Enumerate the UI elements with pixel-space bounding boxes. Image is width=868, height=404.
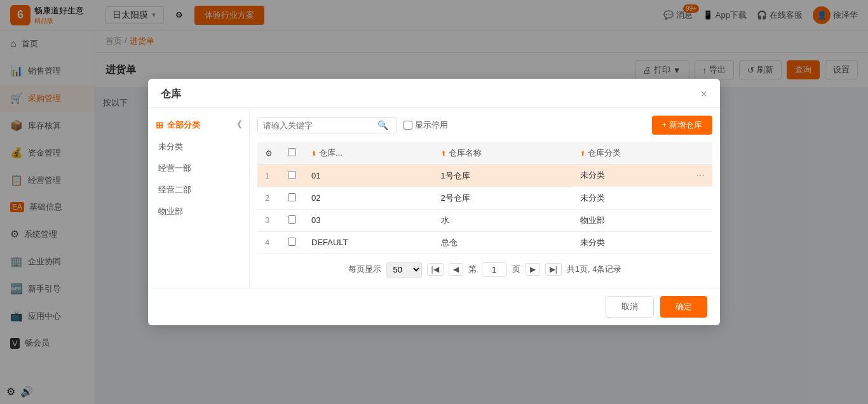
dialog-title: 仓库 — [161, 88, 181, 101]
row-category: 未分类 — [573, 187, 712, 209]
sort-icon-name: ⬆ — [441, 150, 446, 157]
col-cat-label: 仓库分类 — [588, 147, 621, 159]
new-warehouse-button[interactable]: + 新增仓库 — [652, 116, 712, 135]
last-page-button[interactable]: ▶| — [545, 263, 562, 276]
row-name: 总仓 — [433, 231, 573, 253]
category-header: ⊞ 全部分类 《 — [148, 114, 249, 136]
row-category: 未分类 — [573, 231, 712, 253]
row-check — [280, 165, 304, 187]
row-num: 4 — [257, 231, 280, 253]
category-item-0[interactable]: 经营一部 — [148, 158, 249, 179]
table-row[interactable]: 1 01 1号仓库 未分类 ··· — [257, 165, 712, 187]
col-code: ⬆ 仓库... — [304, 142, 433, 165]
show-disabled-label: 显示停用 — [415, 119, 448, 131]
row-num: 3 — [257, 209, 280, 231]
row-name: 水 — [433, 209, 573, 231]
row-code: 02 — [304, 187, 433, 209]
row-num: 1 — [257, 165, 280, 187]
dialog-header: 仓库 × — [148, 79, 720, 108]
category-item-unclassified[interactable]: 未分类 — [148, 136, 249, 158]
page-label: 第 — [468, 264, 477, 275]
dialog-close-button[interactable]: × — [700, 88, 707, 101]
settings-gear-icon[interactable]: ⚙ — [265, 149, 273, 158]
col-code-label: 仓库... — [319, 147, 342, 159]
show-disabled-checkbox[interactable]: 显示停用 — [403, 119, 448, 131]
per-page-select[interactable]: 50 100 200 — [386, 262, 422, 278]
table-row[interactable]: 3 03 水 物业部 — [257, 209, 712, 231]
table-row[interactable]: 4 DEFAULT 总仓 未分类 — [257, 231, 712, 253]
disabled-checkbox[interactable] — [403, 121, 412, 130]
dialog-footer: 取消 确定 — [148, 288, 720, 325]
table-row[interactable]: 2 02 2号仓库 未分类 — [257, 187, 712, 209]
grid-icon: ⊞ — [156, 120, 163, 130]
row-checkbox[interactable] — [288, 238, 296, 246]
table-toolbar: 🔍 显示停用 + 新增仓库 — [257, 116, 712, 135]
first-page-button[interactable]: |◀ — [427, 263, 444, 276]
col-name: ⬆ 仓库名称 — [433, 142, 573, 165]
search-input[interactable] — [263, 121, 377, 130]
col-settings: ⚙ — [257, 142, 280, 165]
col-name-label: 仓库名称 — [449, 147, 482, 159]
dialog-body: ⊞ 全部分类 《 未分类 经营一部 经营二部 物业部 🔍 — [148, 108, 720, 288]
col-category: ⬆ 仓库分类 — [573, 142, 712, 165]
category-panel: ⊞ 全部分类 《 未分类 经营一部 经营二部 物业部 — [148, 108, 250, 288]
table-panel: 🔍 显示停用 + 新增仓库 ⚙ — [250, 108, 720, 288]
select-all-checkbox[interactable] — [288, 148, 296, 156]
sort-icon-cat: ⬆ — [580, 150, 585, 157]
search-icon[interactable]: 🔍 — [377, 120, 388, 130]
row-check — [280, 209, 304, 231]
pagination: 每页显示 50 100 200 |◀ ◀ 第 页 ▶ ▶| 共1页, 4条记录 — [257, 254, 712, 280]
total-label: 共1页, 4条记录 — [567, 264, 622, 275]
row-name: 2号仓库 — [433, 187, 573, 209]
row-checkbox[interactable] — [288, 171, 296, 179]
confirm-button[interactable]: 确定 — [660, 296, 707, 318]
warehouse-dialog: 仓库 × ⊞ 全部分类 《 未分类 经营一部 经营二部 物业部 — [148, 79, 720, 325]
row-check — [280, 231, 304, 253]
collapse-icon[interactable]: 《 — [233, 119, 241, 131]
row-code: 01 — [304, 165, 433, 187]
cancel-button[interactable]: 取消 — [606, 296, 654, 318]
category-header-label[interactable]: 全部分类 — [167, 119, 200, 131]
modal-overlay[interactable]: 仓库 × ⊞ 全部分类 《 未分类 经营一部 经营二部 物业部 — [0, 0, 868, 404]
warehouse-table: ⚙ ⬆ 仓库... — [257, 142, 712, 254]
row-num: 2 — [257, 187, 280, 209]
next-page-button[interactable]: ▶ — [526, 263, 540, 276]
row-category: 物业部 — [573, 209, 712, 231]
row-checkbox[interactable] — [288, 215, 296, 224]
row-check — [280, 187, 304, 209]
row-name: 1号仓库 — [433, 165, 573, 187]
category-item-2[interactable]: 物业部 — [148, 201, 249, 222]
sort-icon: ⬆ — [311, 150, 316, 157]
row-checkbox[interactable] — [288, 193, 296, 201]
row-category: 未分类 ··· — [573, 165, 712, 187]
more-icon[interactable]: ··· — [696, 170, 705, 181]
per-page-label: 每页显示 — [348, 264, 381, 275]
page-input[interactable] — [482, 262, 507, 277]
prev-page-button[interactable]: ◀ — [449, 263, 463, 276]
row-code: 03 — [304, 209, 433, 231]
category-item-1[interactable]: 经营二部 — [148, 179, 249, 201]
row-code: DEFAULT — [304, 231, 433, 253]
page-suffix: 页 — [512, 264, 520, 275]
col-checkbox — [280, 142, 304, 165]
search-box: 🔍 — [257, 117, 397, 133]
